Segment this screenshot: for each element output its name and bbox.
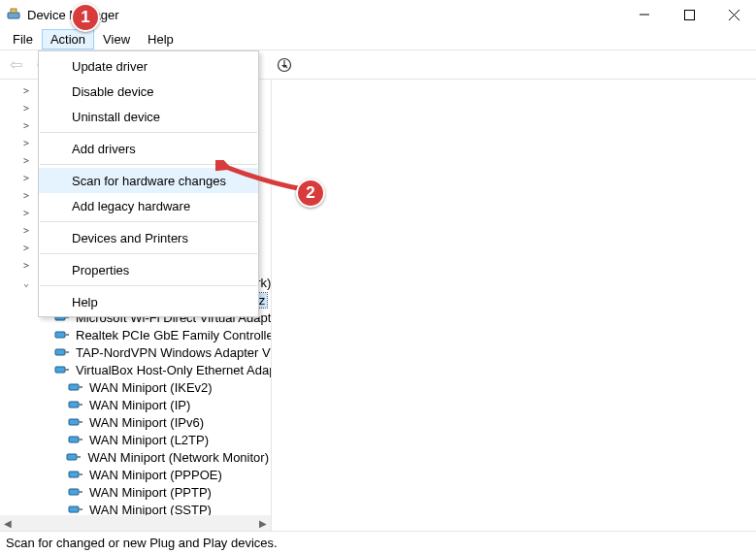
- expander-icon[interactable]: ⌄: [19, 277, 33, 288]
- menu-separator: [40, 285, 257, 286]
- menu-properties[interactable]: Properties: [39, 257, 258, 282]
- device-label: WAN Miniport (Network Monitor): [85, 450, 271, 465]
- menu-uninstall-device[interactable]: Uninstall device: [39, 104, 258, 129]
- scroll-left-icon[interactable]: ◀: [0, 515, 16, 531]
- svg-rect-29: [69, 489, 79, 495]
- menu-help[interactable]: Help: [139, 29, 182, 49]
- expander-icon[interactable]: >: [19, 103, 33, 114]
- tree-item[interactable]: VirtualBox Host-Only Ethernet Adapter: [0, 361, 271, 378]
- device-icon: [54, 345, 70, 359]
- device-label: WAN Miniport (PPTP): [87, 485, 214, 500]
- svg-rect-30: [79, 491, 82, 493]
- svg-rect-25: [67, 454, 77, 460]
- expander-icon[interactable]: >: [19, 85, 33, 96]
- annotation-badge-1: 1: [71, 3, 100, 32]
- tree-item[interactable]: WAN Miniport (IPv6): [0, 413, 271, 431]
- expander-icon[interactable]: >: [19, 225, 33, 236]
- menu-disable-device[interactable]: Disable device: [39, 79, 258, 104]
- svg-rect-31: [69, 506, 79, 512]
- tree-item[interactable]: Realtek PCIe GbE Family Controller #2: [0, 326, 271, 343]
- menu-help[interactable]: Help: [39, 289, 258, 314]
- menu-separator: [40, 164, 257, 165]
- toolbar-scan-button[interactable]: [273, 53, 296, 77]
- status-text: Scan for changed or new Plug and Play de…: [6, 536, 278, 550]
- tree-item[interactable]: WAN Miniport (IKEv2): [0, 378, 271, 396]
- horizontal-scrollbar[interactable]: ◀ ▶: [0, 515, 271, 531]
- close-button[interactable]: [711, 0, 756, 29]
- device-icon: [68, 485, 83, 499]
- app-icon: [6, 7, 21, 22]
- menu-add-drivers[interactable]: Add drivers: [39, 136, 258, 161]
- svg-rect-12: [65, 334, 69, 336]
- expander-icon[interactable]: >: [19, 208, 33, 218]
- menu-scan-hardware-changes[interactable]: Scan for hardware changes: [39, 168, 258, 193]
- svg-rect-32: [79, 508, 82, 510]
- svg-rect-0: [8, 13, 19, 18]
- device-icon: [68, 380, 83, 394]
- device-icon: [54, 363, 70, 376]
- tree-item[interactable]: WAN Miniport (PPPOE): [0, 466, 271, 483]
- menu-separator: [40, 253, 257, 254]
- menu-add-legacy-hardware[interactable]: Add legacy hardware: [39, 193, 258, 218]
- tree-item[interactable]: WAN Miniport (Network Monitor): [0, 448, 271, 466]
- maximize-button[interactable]: [667, 0, 711, 29]
- device-icon: [68, 468, 83, 481]
- menu-file[interactable]: File: [4, 29, 42, 49]
- device-label: WAN Miniport (L2TP): [87, 433, 211, 447]
- svg-rect-1: [11, 9, 16, 13]
- svg-rect-24: [79, 439, 82, 440]
- expander-icon[interactable]: >: [19, 190, 33, 201]
- svg-rect-11: [55, 332, 65, 338]
- menu-update-driver[interactable]: Update driver: [39, 53, 258, 79]
- svg-rect-17: [69, 384, 79, 390]
- device-icon: [68, 503, 83, 516]
- tree-item[interactable]: TAP-NordVPN Windows Adapter V9: [0, 343, 271, 361]
- menu-action[interactable]: Action: [42, 29, 94, 49]
- tree-item[interactable]: WAN Miniport (IP): [0, 396, 271, 413]
- menu-view[interactable]: View: [94, 29, 139, 49]
- expander-icon[interactable]: >: [19, 260, 33, 271]
- svg-rect-26: [77, 456, 81, 458]
- expander-icon[interactable]: >: [19, 243, 33, 253]
- tree-item[interactable]: WAN Miniport (PPTP): [0, 483, 271, 501]
- detail-pane: [272, 80, 756, 531]
- device-label: VirtualBox Host-Only Ethernet Adapter: [74, 363, 271, 377]
- status-bar: Scan for changed or new Plug and Play de…: [0, 531, 756, 554]
- svg-rect-23: [69, 437, 79, 442]
- svg-rect-27: [69, 472, 79, 477]
- svg-rect-16: [65, 369, 69, 371]
- expander-icon[interactable]: >: [19, 120, 33, 131]
- expander-icon[interactable]: >: [19, 138, 33, 148]
- svg-rect-28: [79, 473, 82, 475]
- title-bar: Device Manager: [0, 0, 756, 29]
- device-label: WAN Miniport (IPv6): [87, 415, 206, 430]
- annotation-badge-2: 2: [296, 179, 325, 208]
- svg-rect-20: [79, 404, 82, 406]
- device-label: Realtek PCIe GbE Family Controller #2: [74, 328, 271, 342]
- scroll-right-icon[interactable]: ▶: [255, 515, 271, 531]
- device-label: WAN Miniport (PPPOE): [87, 468, 224, 482]
- menu-devices-printers[interactable]: Devices and Printers: [39, 225, 258, 250]
- svg-rect-22: [79, 421, 82, 423]
- svg-rect-18: [79, 386, 82, 388]
- svg-rect-21: [69, 419, 79, 425]
- nav-back-button[interactable]: ⇦: [4, 53, 27, 77]
- menu-separator: [40, 221, 257, 222]
- svg-rect-14: [65, 351, 69, 353]
- device-icon: [68, 415, 83, 429]
- expander-icon[interactable]: >: [19, 173, 33, 183]
- expander-icon[interactable]: >: [19, 155, 33, 166]
- device-label: WAN Miniport (IKEv2): [87, 380, 214, 395]
- svg-rect-13: [55, 349, 65, 355]
- menu-separator: [40, 132, 257, 133]
- device-label: WAN Miniport (IP): [87, 398, 192, 412]
- window-title: Device Manager: [27, 8, 622, 22]
- device-icon: [68, 433, 83, 446]
- device-icon: [54, 328, 70, 342]
- tree-item[interactable]: WAN Miniport (L2TP): [0, 431, 271, 448]
- menu-bar: File Action View Help: [0, 29, 756, 50]
- svg-rect-19: [69, 402, 79, 407]
- svg-rect-3: [684, 10, 694, 19]
- device-label: TAP-NordVPN Windows Adapter V9: [74, 345, 271, 360]
- minimize-button[interactable]: [622, 0, 667, 29]
